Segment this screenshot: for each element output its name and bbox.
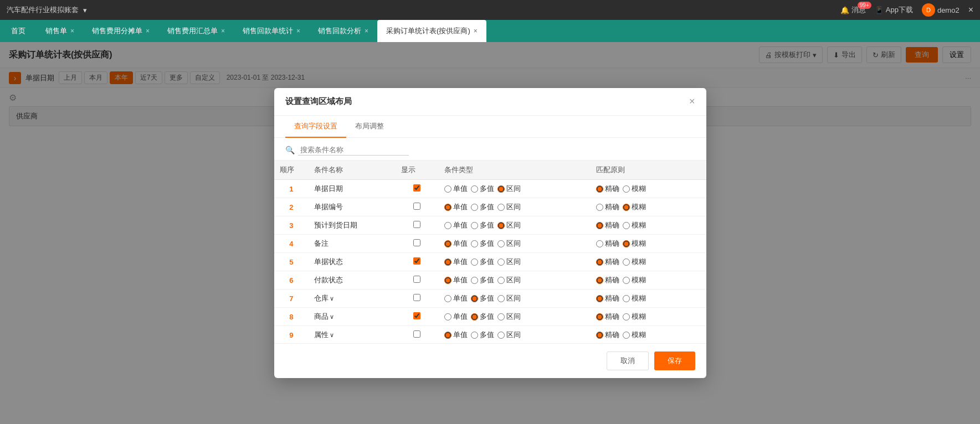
nav-tab-collection[interactable]: 销售回款单统计 ×: [234, 20, 309, 42]
match-option-模糊[interactable]: 模糊: [623, 330, 646, 340]
match-radio-模糊[interactable]: [623, 277, 630, 284]
display-checkbox-wrap[interactable]: [413, 331, 420, 339]
type-option-多值[interactable]: 多值: [471, 184, 494, 194]
type-option-多值[interactable]: 多值: [471, 275, 494, 285]
match-radio-精确[interactable]: [596, 277, 603, 284]
match-option-模糊[interactable]: 模糊: [623, 239, 646, 249]
display-checkbox[interactable]: [413, 257, 420, 265]
display-checkbox-wrap[interactable]: [413, 221, 420, 230]
match-radio-精确[interactable]: [596, 332, 603, 339]
display-checkbox-wrap[interactable]: [413, 313, 420, 321]
type-option-单值[interactable]: 单值: [444, 184, 468, 194]
type-radio-区间[interactable]: [497, 222, 505, 229]
match-option-模糊[interactable]: 模糊: [623, 220, 646, 230]
match-radio-模糊[interactable]: [623, 240, 630, 247]
type-radio-多值[interactable]: [471, 240, 478, 247]
match-radio-精确[interactable]: [596, 295, 603, 302]
type-radio-区间[interactable]: [497, 295, 505, 302]
match-radio-精确[interactable]: [596, 222, 603, 229]
cancel-button[interactable]: 取消: [607, 351, 649, 370]
type-radio-区间[interactable]: [497, 332, 505, 339]
match-radio-精确[interactable]: [596, 185, 603, 193]
type-option-单值[interactable]: 单值: [444, 293, 468, 303]
nav-tab-cost-summary[interactable]: 销售费用汇总单 ×: [158, 20, 234, 42]
match-option-精确[interactable]: 精确: [596, 312, 619, 322]
save-button[interactable]: 保存: [654, 351, 695, 370]
type-radio-多值[interactable]: [471, 295, 478, 302]
type-radio-单值[interactable]: [444, 222, 451, 229]
match-option-模糊[interactable]: 模糊: [623, 312, 646, 322]
display-checkbox[interactable]: [413, 203, 420, 210]
nav-tab-purchase[interactable]: 采购订单统计表(按供应商) ×: [377, 20, 486, 42]
match-radio-精确[interactable]: [596, 313, 603, 320]
type-radio-多值[interactable]: [471, 204, 478, 211]
nav-home[interactable]: 首页: [0, 20, 37, 42]
type-radio-区间[interactable]: [497, 258, 505, 266]
type-radio-多值[interactable]: [471, 185, 478, 193]
type-radio-单值[interactable]: [444, 240, 451, 247]
type-option-区间[interactable]: 区间: [497, 257, 521, 267]
display-checkbox-wrap[interactable]: [413, 276, 420, 285]
match-radio-模糊[interactable]: [623, 222, 630, 229]
conditions-scroll-area[interactable]: 顺序 条件名称 显示 条件类型 匹配原则 1单据日期单值多值区间精确模糊2单据编…: [274, 161, 706, 343]
match-option-精确[interactable]: 精确: [596, 257, 619, 267]
type-radio-多值[interactable]: [471, 313, 478, 320]
type-option-单值[interactable]: 单值: [444, 257, 468, 267]
type-option-多值[interactable]: 多值: [471, 202, 494, 212]
type-radio-单值[interactable]: [444, 258, 451, 266]
dialog-close-button[interactable]: ×: [689, 96, 695, 107]
tab-close-icon[interactable]: ×: [365, 27, 368, 35]
type-option-多值[interactable]: 多值: [471, 293, 494, 303]
display-checkbox-wrap[interactable]: [413, 203, 420, 211]
search-input[interactable]: [298, 144, 409, 156]
dropdown-icon[interactable]: ▾: [83, 6, 87, 14]
display-checkbox-wrap[interactable]: [413, 258, 420, 266]
display-checkbox[interactable]: [413, 330, 420, 338]
type-radio-区间[interactable]: [497, 313, 505, 320]
type-radio-单值[interactable]: [444, 204, 451, 211]
user-area[interactable]: D demo2: [922, 3, 960, 17]
tab-close-icon[interactable]: ×: [70, 27, 74, 35]
match-radio-模糊[interactable]: [623, 295, 630, 302]
match-radio-精确[interactable]: [596, 258, 603, 266]
type-option-区间[interactable]: 区间: [497, 184, 521, 194]
display-checkbox[interactable]: [413, 239, 420, 246]
match-radio-模糊[interactable]: [623, 332, 630, 339]
match-radio-模糊[interactable]: [623, 258, 630, 266]
tab-close-icon[interactable]: ×: [146, 27, 150, 35]
type-option-多值[interactable]: 多值: [471, 220, 494, 230]
type-radio-单值[interactable]: [444, 332, 451, 339]
nav-tab-analysis[interactable]: 销售回款分析 ×: [309, 20, 377, 42]
type-option-单值[interactable]: 单值: [444, 312, 468, 322]
match-option-模糊[interactable]: 模糊: [623, 275, 646, 285]
download-area[interactable]: 📱 App下载: [875, 5, 913, 15]
type-option-单值[interactable]: 单值: [444, 202, 468, 212]
type-radio-单值[interactable]: [444, 313, 451, 320]
display-checkbox[interactable]: [413, 312, 420, 319]
match-option-精确[interactable]: 精确: [596, 184, 619, 194]
type-option-单值[interactable]: 单值: [444, 239, 468, 249]
display-checkbox-wrap[interactable]: [413, 240, 420, 248]
type-option-区间[interactable]: 区间: [497, 312, 521, 322]
tab-close-icon[interactable]: ×: [221, 27, 225, 35]
type-radio-多值[interactable]: [471, 277, 478, 284]
display-checkbox[interactable]: [413, 184, 420, 192]
match-option-精确[interactable]: 精确: [596, 239, 619, 249]
type-radio-区间[interactable]: [497, 277, 505, 284]
display-checkbox[interactable]: [413, 294, 420, 301]
type-radio-多值[interactable]: [471, 332, 478, 339]
type-option-区间[interactable]: 区间: [497, 275, 521, 285]
type-radio-单值[interactable]: [444, 185, 451, 193]
match-option-模糊[interactable]: 模糊: [623, 184, 646, 194]
type-option-单值[interactable]: 单值: [444, 275, 468, 285]
match-radio-精确[interactable]: [596, 204, 603, 211]
type-radio-区间[interactable]: [497, 240, 505, 247]
display-checkbox-wrap[interactable]: [413, 185, 420, 193]
match-option-模糊[interactable]: 模糊: [623, 202, 646, 212]
match-option-精确[interactable]: 精确: [596, 275, 619, 285]
match-option-精确[interactable]: 精确: [596, 202, 619, 212]
display-checkbox[interactable]: [413, 276, 420, 283]
tab-close-icon[interactable]: ×: [296, 27, 300, 35]
dialog-tab-query[interactable]: 查询字段设置: [285, 116, 346, 138]
match-option-精确[interactable]: 精确: [596, 220, 619, 230]
